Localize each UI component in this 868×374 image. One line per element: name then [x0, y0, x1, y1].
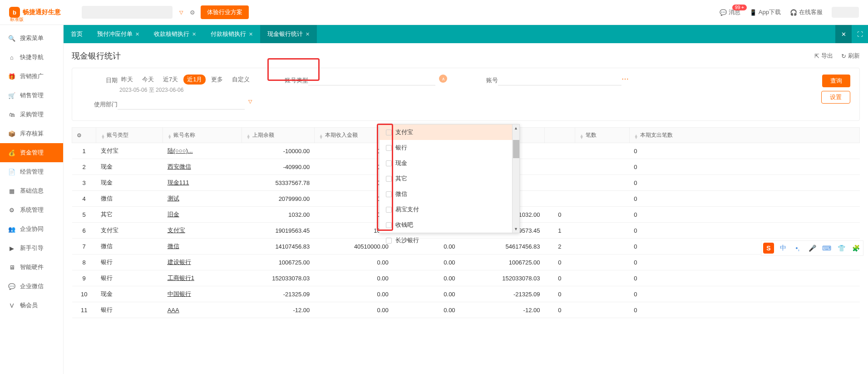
gear-column[interactable]: ⚙ [72, 128, 96, 143]
sort-icon: ▲▼ [168, 135, 172, 139]
account-link[interactable]: 微信 [168, 243, 179, 249]
account-link[interactable]: 支付宝 [168, 227, 185, 234]
account-link[interactable]: 测试 [168, 195, 179, 202]
tab[interactable]: 收款核销执行✕ [147, 25, 203, 43]
chevron-down-icon[interactable]: ▽ [179, 10, 183, 15]
account-link[interactable]: 工商银行1 [168, 274, 194, 281]
org-selector[interactable] [82, 6, 173, 19]
sidebar-item-box[interactable]: 📦库存核算 [0, 124, 63, 143]
sidebar-item-hw[interactable]: 🖥智能硬件 [0, 258, 63, 277]
tab[interactable]: 预付冲应付单✕ [90, 25, 147, 43]
ime-toolbox-icon[interactable]: 🧩 [850, 243, 861, 254]
checkbox[interactable] [386, 207, 392, 213]
collapse-icon[interactable]: ∧ [439, 75, 447, 83]
sidebar-item-home[interactable]: ⌂快捷导航 [0, 48, 63, 67]
gear-icon[interactable]: ⚙ [190, 9, 195, 16]
tab-label: 预付冲应付单 [97, 30, 133, 38]
chevron-down-icon[interactable]: ▽ [248, 99, 252, 105]
sidebar-item-sys[interactable]: ⚙系统管理 [0, 200, 63, 219]
dropdown-item[interactable]: 收钱吧 [380, 217, 519, 233]
column-header[interactable]: ▲▼本期支出笔数 [629, 128, 859, 143]
cell-name: 支付宝 [163, 223, 242, 239]
column-header[interactable]: ▲▼上期余额 [242, 128, 314, 143]
account-link[interactable]: 西安微信 [168, 163, 191, 170]
dropdown-item[interactable]: 其它 [380, 171, 519, 186]
sidebar-item-gift[interactable]: 🎁营销推广 [0, 67, 63, 86]
account-link[interactable]: 中国银行 [168, 290, 191, 297]
dropdown-item[interactable]: 长沙银行 [380, 233, 519, 248]
scroll-up-icon[interactable]: ▲ [513, 125, 519, 132]
dropdown-item[interactable]: 易宝支付 [380, 202, 519, 217]
column-header[interactable]: ▲▼账号类型 [96, 128, 163, 143]
user-avatar[interactable] [832, 7, 859, 18]
ime-punct-icon[interactable]: •, [792, 243, 803, 254]
sidebar-item-grid[interactable]: ▦基础信息 [0, 181, 63, 200]
column-header[interactable]: ▲▼笔数 [575, 128, 629, 143]
messages-link[interactable]: 💬 消息 99 + [720, 8, 740, 16]
export-button[interactable]: ⇱导出 [814, 52, 833, 60]
tab-expand[interactable]: ⛶ [852, 25, 868, 43]
date-option[interactable]: 近1月 [183, 75, 206, 85]
tab[interactable]: 付款核销执行✕ [203, 25, 260, 43]
date-option[interactable]: 更多 [207, 75, 227, 85]
account-type-input[interactable] [308, 75, 435, 85]
sidebar-item-search[interactable]: 🔍搜索菜单 [0, 29, 63, 48]
ime-keyboard-icon[interactable]: ⌨ [821, 243, 832, 254]
sidebar-item-wx[interactable]: 💬企业微信 [0, 277, 63, 296]
experience-button[interactable]: 体验行业方案 [201, 5, 249, 19]
column-header[interactable]: ▲▼账号名称 [163, 128, 242, 143]
account-link[interactable]: 旧金 [168, 211, 179, 218]
sidebar-item-vip[interactable]: V畅会员 [0, 296, 63, 315]
query-button[interactable]: 查询 [822, 75, 850, 87]
dept-input[interactable] [118, 99, 245, 110]
checkbox[interactable] [386, 222, 392, 228]
sidebar-item-bag[interactable]: 🛍采购管理 [0, 105, 63, 124]
scroll-down-icon[interactable]: ▼ [513, 225, 519, 233]
column-header[interactable] [544, 128, 575, 143]
account-link[interactable]: 建设银行 [168, 259, 191, 265]
account-link[interactable]: 陆(○○○)... [168, 147, 193, 154]
sidebar-item-guide[interactable]: ▶新手引导 [0, 239, 63, 258]
dropdown-item[interactable]: 现金 [380, 155, 519, 171]
sidebar-item-team[interactable]: 👥企业协同 [0, 219, 63, 239]
tab-close-all[interactable]: ✕ [835, 25, 852, 43]
app-download-link[interactable]: 📱 App下载 [750, 8, 781, 16]
sidebar-item-cart[interactable]: 🛒销售管理 [0, 86, 63, 105]
checkbox[interactable] [386, 176, 392, 182]
date-option[interactable]: 今天 [138, 75, 158, 85]
dropdown-scrollbar[interactable]: ▲ ▼ [512, 125, 519, 233]
sidebar-item-money[interactable]: 💰资金管理 [0, 143, 63, 162]
tab[interactable]: 首页 [64, 25, 90, 43]
cell-name: 旧金 [163, 207, 242, 223]
refresh-button[interactable]: ↻刷新 [841, 52, 860, 60]
checkbox[interactable] [386, 160, 392, 166]
more-icon[interactable]: ⋯ [621, 75, 630, 83]
scroll-thumb[interactable] [513, 140, 519, 158]
close-icon[interactable]: ✕ [135, 31, 139, 37]
tab[interactable]: 现金银行统计✕ [260, 25, 317, 43]
dropdown-item[interactable]: 微信 [380, 186, 519, 202]
close-icon[interactable]: ✕ [306, 31, 310, 37]
ime-mic-icon[interactable]: 🎤 [807, 243, 818, 254]
account-link[interactable]: 现金111 [168, 179, 189, 186]
dropdown-item[interactable]: 支付宝 [380, 125, 519, 140]
sidebar-item-label: 新手引导 [20, 244, 44, 252]
sidebar-item-doc[interactable]: 📄经营管理 [0, 162, 63, 181]
checkbox[interactable] [386, 191, 392, 197]
ime-skin-icon[interactable]: 👕 [836, 243, 847, 254]
date-option[interactable]: 昨天 [118, 75, 137, 85]
support-link[interactable]: 🎧 在线客服 [790, 8, 823, 16]
dropdown-item[interactable]: 银行 [380, 140, 519, 155]
close-icon[interactable]: ✕ [192, 31, 196, 37]
date-option[interactable]: 近7天 [159, 75, 182, 85]
close-icon[interactable]: ✕ [249, 31, 253, 37]
checkbox[interactable] [386, 130, 392, 135]
account-input[interactable] [498, 75, 621, 85]
account-link[interactable]: AAA [168, 307, 179, 314]
settings-button[interactable]: 设置 [821, 91, 850, 104]
checkbox[interactable] [386, 238, 392, 244]
ime-lang[interactable]: 中 [778, 243, 789, 254]
date-option[interactable]: 自定义 [228, 75, 253, 85]
ime-logo-icon[interactable]: S [763, 243, 774, 254]
checkbox[interactable] [386, 145, 392, 151]
